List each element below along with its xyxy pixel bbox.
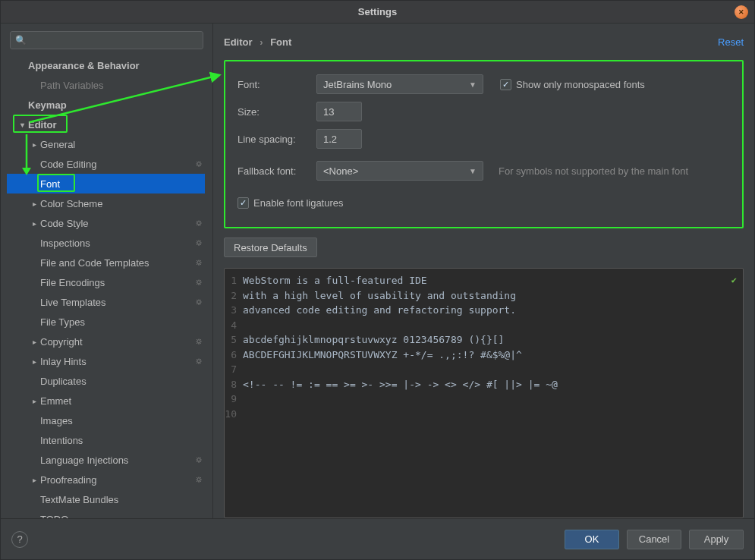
tree-item-label: Emmet [40, 395, 205, 407]
gear-icon: ⛭ [193, 217, 205, 229]
gear-icon: ⛭ [193, 454, 205, 466]
disclosure-arrow-icon: ▸ [30, 397, 39, 405]
close-icon[interactable]: ✕ [735, 5, 748, 19]
spacing-label: Line spacing: [238, 134, 316, 145]
tree-item-images[interactable]: Images [7, 411, 205, 430]
tree-item-label: Live Templates [40, 297, 193, 308]
font-preview: ✔ 1WebStorm is a full-featured IDE2with … [224, 268, 744, 518]
disclosure-arrow-icon: ▸ [30, 476, 39, 484]
tree-item-label: Color Scheme [40, 198, 205, 209]
preview-line: 10 [225, 407, 743, 422]
tree-item-inspections[interactable]: Inspections⛭ [7, 233, 205, 253]
line-number: 6 [225, 348, 243, 363]
preview-line: 1WebStorm is a full-featured IDE [225, 273, 743, 288]
tree-item-duplicates[interactable]: Duplicates [7, 371, 205, 391]
tree-item-copyright[interactable]: ▸Copyright⛭ [7, 332, 205, 351]
tree-item-label: Path Variables [40, 80, 205, 91]
settings-tree: Appearance & BehaviorPath VariablesKeyma… [7, 55, 206, 518]
gear-icon: ⛭ [193, 158, 205, 170]
font-settings-panel: Font: JetBrains Mono ▼ Show only monospa… [224, 60, 744, 228]
tree-item-label: File and Code Templates [40, 257, 193, 269]
spacing-value: 1.2 [323, 134, 337, 145]
line-number: 2 [225, 288, 243, 304]
chevron-down-icon: ▼ [469, 167, 477, 175]
tree-item-emmet[interactable]: ▸Emmet [7, 391, 205, 411]
tree-item-todo[interactable]: TODO [7, 509, 205, 518]
line-number: 9 [225, 392, 243, 407]
apply-button[interactable]: Apply [689, 530, 744, 549]
breadcrumb: Editor › Font [224, 36, 291, 48]
tree-item-label: Font [40, 178, 205, 190]
line-spacing-input[interactable]: 1.2 [316, 129, 362, 149]
preview-line: 6ABCDEFGHIJKLMNOPQRSTUVWXYZ +-*/= .,;:!?… [225, 348, 743, 363]
gear-icon: ⛭ [193, 296, 205, 308]
preview-text: WebStorm is a full-featured IDE [243, 273, 427, 288]
tree-item-label: File Types [40, 316, 205, 328]
tree-item-code-style[interactable]: ▸Code Style⛭ [7, 213, 205, 233]
ok-button[interactable]: OK [565, 530, 619, 549]
font-select[interactable]: JetBrains Mono ▼ [316, 74, 483, 94]
gear-icon: ⛭ [193, 473, 205, 486]
tree-item-code-editing[interactable]: Code Editing⛭ [7, 154, 205, 174]
sidebar: 🔍 Appearance & BehaviorPath VariablesKey… [1, 24, 213, 518]
tree-item-textmate-bundles[interactable]: TextMate Bundles [7, 489, 205, 509]
search-input[interactable]: 🔍 [10, 31, 203, 49]
tree-item-file-and-code-templates[interactable]: File and Code Templates⛭ [7, 253, 205, 272]
tree-item-file-types[interactable]: File Types [7, 312, 205, 332]
show-monospaced-checkbox[interactable] [500, 79, 511, 90]
tree-item-label: Images [40, 415, 205, 426]
tree-item-label: Editor [28, 119, 205, 131]
disclosure-arrow-icon: ▸ [30, 200, 39, 208]
restore-label: Restore Defaults [234, 242, 307, 253]
tree-item-color-scheme[interactable]: ▸Color Scheme [7, 193, 205, 213]
tree-item-inlay-hints[interactable]: ▸Inlay Hints⛭ [7, 351, 205, 371]
help-button[interactable]: ? [11, 531, 28, 548]
gear-icon: ⛭ [193, 256, 205, 269]
breadcrumb-part: Editor [224, 36, 253, 48]
fallback-hint: For symbols not supported by the main fo… [499, 165, 688, 177]
line-number: 10 [225, 407, 243, 422]
tree-item-proofreading[interactable]: ▸Proofreading⛭ [7, 470, 205, 489]
tree-item-live-templates[interactable]: Live Templates⛭ [7, 292, 205, 312]
preview-text: ABCDEFGHIJKLMNOPQRSTUVWXYZ +-*/= .,;:!? … [243, 348, 522, 363]
cancel-button[interactable]: Cancel [627, 530, 681, 549]
font-label: Font: [238, 79, 316, 90]
preview-line: 4 [225, 318, 743, 333]
tree-item-path-variables[interactable]: Path Variables [7, 75, 205, 95]
chevron-right-icon: › [260, 36, 263, 48]
tree-item-intentions[interactable]: Intentions [7, 430, 205, 450]
preview-line: 9 [225, 392, 743, 407]
preview-text: with a high level of usability and outst… [243, 288, 516, 304]
preview-text: advanced code editing and refactoring su… [243, 303, 516, 318]
tree-item-label: Proofreading [40, 474, 193, 486]
tree-item-language-injections[interactable]: Language Injections⛭ [7, 450, 205, 470]
tree-item-label: Duplicates [40, 376, 205, 387]
tree-item-file-encodings[interactable]: File Encodings⛭ [7, 272, 205, 292]
line-number: 4 [225, 318, 243, 333]
tree-item-general[interactable]: ▸General [7, 134, 205, 154]
reset-link[interactable]: Reset [718, 36, 744, 48]
chevron-down-icon: ▼ [469, 80, 477, 89]
line-number: 3 [225, 303, 243, 318]
tree-item-editor[interactable]: ▾Editor [7, 115, 205, 134]
size-label: Size: [238, 106, 316, 118]
content-pane: Editor › Font Reset Font: JetBrains Mono… [213, 24, 754, 518]
disclosure-arrow-icon: ▸ [30, 140, 39, 149]
fallback-font-select[interactable]: <None> ▼ [316, 161, 483, 181]
tree-item-appearance-behavior[interactable]: Appearance & Behavior [7, 55, 205, 75]
preview-line: 7 [225, 362, 743, 377]
breadcrumb-part: Font [270, 36, 291, 48]
restore-defaults-button[interactable]: Restore Defaults [224, 238, 317, 257]
tree-item-font[interactable]: Font [7, 174, 205, 193]
tree-item-keymap[interactable]: Keymap [7, 95, 205, 115]
size-input[interactable]: 13 [316, 102, 362, 121]
show-monospaced-label: Show only monospaced fonts [516, 79, 645, 90]
dialog-footer: ? OK Cancel Apply [1, 518, 754, 559]
line-number: 7 [225, 362, 243, 377]
titlebar: Settings ✕ [1, 1, 754, 24]
search-icon: 🔍 [15, 35, 27, 46]
tree-item-label: General [40, 139, 205, 150]
tree-item-label: TODO [40, 514, 205, 519]
preview-line: 2with a high level of usability and outs… [225, 288, 743, 304]
ligatures-checkbox[interactable] [238, 197, 249, 209]
